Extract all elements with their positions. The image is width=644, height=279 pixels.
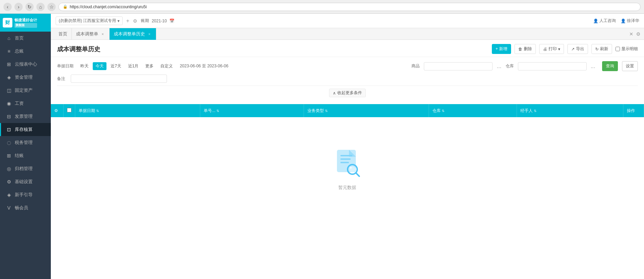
svg-rect-2 [340, 158, 351, 160]
th-date-label: 单据日期 [79, 108, 95, 114]
th-biz-type[interactable]: 业务类型 ⇅ [304, 104, 429, 117]
empty-state: 暂元数据 [51, 117, 644, 218]
sidebar-item-close[interactable]: ⊞ 结账 [0, 149, 51, 162]
sidebar-item-home[interactable]: ⌂ 首页 [0, 32, 51, 45]
biz-type-sort-icon: ⇅ [325, 109, 328, 113]
tab-cost-history-close[interactable]: × [147, 32, 152, 36]
global-close-btn[interactable]: ✕ [629, 31, 633, 37]
custom-btn[interactable]: 自定义 [158, 62, 176, 70]
collapse-btn[interactable]: ∧ 收起更多条件 [329, 89, 366, 97]
sidebar-item-salary[interactable]: ◉ 工资 [0, 97, 51, 110]
period-label: 账期 [141, 18, 149, 24]
sidebar-item-settings[interactable]: ⚙ 基础设置 [0, 175, 51, 188]
sidebar-item-guide[interactable]: ◈ 新手引导 [0, 188, 51, 201]
th-number[interactable]: 单号... ⇅ [200, 104, 304, 117]
period-info: 账期 2021-10 📅 [141, 18, 174, 24]
warehouse-sort-icon: ⇅ [442, 109, 444, 113]
sidebar-item-tax[interactable]: ◌ 税务管理 [0, 136, 51, 149]
back-btn[interactable]: ‹ [3, 3, 12, 11]
top-bar-actions: 👤 人工咨询 👤 徐泽华 [593, 18, 639, 24]
display-toggle[interactable]: 显示明细 [615, 46, 638, 52]
notes-label: 备注 [57, 76, 65, 82]
yesterday-btn[interactable]: 昨天 [78, 62, 91, 70]
sidebar-label-settings: 基础设置 [15, 179, 33, 185]
th-date[interactable]: 单据日期 ⇅ [75, 104, 200, 117]
th-warehouse[interactable]: 仓库 ⇅ [429, 104, 517, 117]
calendar-icon[interactable]: 📅 [169, 19, 174, 23]
user-name: 徐泽华 [627, 18, 639, 24]
last-month-btn[interactable]: 近1月 [125, 62, 142, 70]
date-range-text: 2023-06-06 至 2023-06-06 [180, 63, 228, 69]
date-sort-icon: ⇅ [96, 109, 99, 113]
sidebar-label-archive: 归档管理 [15, 166, 33, 172]
refresh-btn[interactable]: ↻ [25, 3, 34, 11]
user-menu-btn[interactable]: 👤 徐泽华 [621, 18, 639, 24]
ai-consult-btn[interactable]: 👤 人工咨询 [593, 18, 616, 24]
new-btn[interactable]: + 新增 [492, 44, 511, 54]
export-btn[interactable]: ↗ 导出 [567, 44, 588, 54]
sidebar-item-vip[interactable]: V 畅会员 [0, 201, 51, 214]
warehouse-label: 仓库 [506, 63, 514, 69]
forward-btn[interactable]: › [14, 3, 23, 11]
tab-home[interactable]: 首页 [54, 28, 72, 40]
funds-icon: ◈ [6, 75, 12, 80]
sidebar-item-fixed-assets[interactable]: ◫ 固定资产 [0, 84, 51, 97]
warehouse-input[interactable] [518, 62, 587, 70]
delete-label: 删除 [524, 46, 532, 52]
tab-cost-adjustment[interactable]: 成本调整单 × [72, 28, 110, 40]
last7-btn[interactable]: 近7天 [108, 62, 124, 70]
vip-icon: V [6, 205, 12, 211]
table-body: 暂元数据 [51, 117, 644, 218]
add-company-btn[interactable]: + [126, 18, 129, 24]
svg-rect-3 [340, 162, 349, 163]
sidebar-label-invoice: 发票管理 [15, 113, 33, 120]
address-bar[interactable]: 🔒 https://cloud.chanjet.com/accounting/u… [58, 3, 641, 11]
settings-table-btn[interactable]: 设置 [622, 61, 638, 71]
th-ops: 操作 [623, 104, 644, 117]
notes-input[interactable] [71, 75, 167, 83]
page-content: 成本调整单历史 + 新增 🗑 删除 🖨 打印 ▾ ↗ 导出 [51, 40, 644, 279]
sidebar-item-archive[interactable]: ◎ 归档管理 [0, 162, 51, 175]
invoice-icon: ⊟ [6, 114, 12, 119]
th-settings[interactable]: ⚙ [51, 104, 63, 117]
warehouse-dots-btn[interactable]: ... [591, 63, 595, 69]
query-btn[interactable]: 查询 [602, 61, 618, 71]
sidebar-item-ledger[interactable]: ≡ 总账 [0, 45, 51, 58]
th-operator[interactable]: 经手人 ⇅ [517, 104, 623, 117]
sidebar-item-funds[interactable]: ◈ 资金管理 [0, 71, 51, 84]
filter-area: 单据日期 昨天 今天 近7天 近1月 更多 自定义 2023-06-06 至 2… [51, 57, 644, 104]
company-name: (勿删勿禁用) 江西服宝测试专用 [59, 18, 116, 24]
page-header: 成本调整单历史 + 新增 🗑 删除 🖨 打印 ▾ ↗ 导出 [51, 40, 644, 57]
display-toggle-checkbox[interactable] [615, 47, 620, 51]
table-container: ⚙ 单据日期 ⇅ [51, 104, 644, 218]
goods-dots-btn[interactable]: ... [497, 63, 501, 69]
today-btn[interactable]: 今天 [93, 62, 106, 70]
svg-line-7 [356, 173, 359, 176]
company-selector[interactable]: (勿删勿禁用) 江西服宝测试专用 ▾ [56, 16, 123, 25]
sidebar-label-inventory: 库存核算 [15, 126, 33, 133]
more-btn[interactable]: 更多 [143, 62, 156, 70]
sidebar-item-inventory[interactable]: ⊡ 库存核算 [0, 123, 51, 136]
period-value: 2021-10 [152, 19, 167, 23]
sidebar-label-home: 首页 [15, 35, 24, 41]
sidebar-label-guide: 新手引导 [15, 192, 33, 198]
home-btn[interactable]: ⌂ [36, 3, 45, 11]
settings-gear-icon[interactable]: ⚙ [133, 18, 137, 24]
tab-cost-history[interactable]: 成本调整单历史 × [110, 28, 156, 40]
lock-icon: 🔒 [63, 4, 68, 9]
delete-btn[interactable]: 🗑 删除 [515, 44, 536, 54]
th-checkbox[interactable] [63, 104, 75, 117]
sidebar-item-reports[interactable]: ⊞ 云报表中心 [0, 58, 51, 71]
print-btn[interactable]: 🖨 打印 ▾ [539, 44, 564, 54]
star-btn[interactable]: ☆ [47, 3, 56, 11]
refresh-btn-page[interactable]: ↻ 刷新 [591, 44, 612, 54]
logo-badge: 旗舰版 [14, 23, 37, 28]
sidebar-item-invoice[interactable]: ⊟ 发票管理 [0, 110, 51, 123]
top-bar: (勿删勿禁用) 江西服宝测试专用 ▾ + ⚙ 账期 2021-10 📅 👤 人工… [51, 14, 644, 28]
th-biz-type-label: 业务类型 [307, 108, 324, 114]
global-settings-btn[interactable]: ⚙ [636, 31, 641, 37]
select-all-checkbox[interactable] [67, 108, 71, 112]
goods-input[interactable] [424, 62, 493, 70]
person-icon: 👤 [593, 19, 598, 23]
tab-cost-adjustment-close[interactable]: × [100, 32, 105, 36]
